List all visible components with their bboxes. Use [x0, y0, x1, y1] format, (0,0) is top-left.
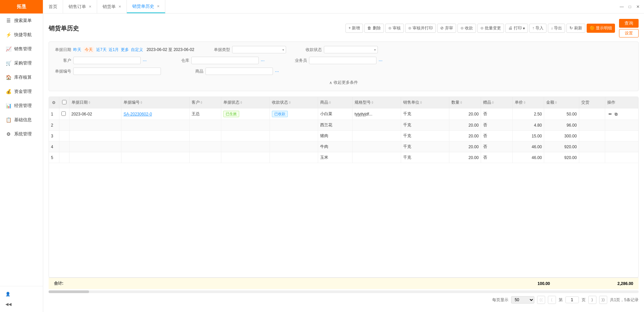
- audit-button[interactable]: ⊙ 审核: [385, 24, 404, 33]
- warehouse-ellipsis[interactable]: ···: [261, 58, 265, 63]
- sidebar-bottom: 👤 ◀◀: [0, 286, 43, 312]
- sidebar-item-purchase-mgmt[interactable]: 🛒 采购管理: [0, 56, 43, 70]
- col-docno-header[interactable]: 单据编号: [121, 97, 190, 108]
- date-shortcut-1month[interactable]: 近1月: [109, 47, 119, 53]
- print-button[interactable]: 🖨 打印 ▾: [505, 24, 528, 33]
- doc-no-link[interactable]: SA-20230602-0: [123, 112, 152, 116]
- col-customer-header[interactable]: 客户: [190, 97, 221, 108]
- sidebar-collapse-btn[interactable]: ◀◀: [0, 299, 43, 309]
- collapse-icon: ◀◀: [5, 302, 11, 307]
- row-gift-cell: 否: [481, 108, 512, 120]
- page-next-btn[interactable]: ⟩: [588, 296, 596, 304]
- tab-home[interactable]: 首页: [43, 0, 63, 13]
- page-header: 销货单历史 + 新增 🗑 删除 ⊙ 审核 ⊙ 审核并打印 ⊘ 弃审 ⊙ 收款 ⊙…: [49, 19, 639, 37]
- date-shortcut-more[interactable]: 更多: [121, 47, 129, 53]
- sidebar-item-sales-mgmt[interactable]: 📈 销售管理: [0, 42, 43, 56]
- row-paymentstatus-cell: [270, 141, 318, 152]
- col-qty-header[interactable]: 数量: [449, 97, 481, 108]
- product-input[interactable]: [205, 68, 273, 75]
- sidebar-item-base-info[interactable]: 📋 基础信息: [0, 113, 43, 127]
- page-number-input[interactable]: [565, 296, 579, 303]
- date-shortcut-7days[interactable]: 近7天: [96, 47, 107, 53]
- page-size-select[interactable]: 50 100 200: [511, 296, 534, 304]
- show-detail-button[interactable]: 🟠 显示明细: [587, 24, 615, 33]
- col-unit-header[interactable]: 销售单位: [401, 97, 449, 108]
- col-product-header[interactable]: 商品: [318, 97, 353, 108]
- tab-sales-order-close[interactable]: ✕: [89, 5, 91, 8]
- new-button[interactable]: + 新增: [345, 24, 363, 33]
- doc-status-badge: 已生效: [223, 111, 239, 117]
- salesperson-input[interactable]: [309, 57, 376, 64]
- col-price-header[interactable]: 单价: [512, 97, 544, 108]
- finance-icon: 💰: [5, 88, 11, 95]
- sidebar-item-operations[interactable]: 📊 经营管理: [0, 99, 43, 113]
- collect-button[interactable]: ⊙ 收款: [457, 24, 476, 33]
- doc-type-select[interactable]: [232, 46, 286, 53]
- sidebar-item-label: 采购管理: [14, 60, 32, 66]
- batch-change-button[interactable]: ⊙ 批量变更: [477, 24, 504, 33]
- export-button[interactable]: ↓ 导出: [548, 24, 565, 33]
- tab-minimize-btn[interactable]: —: [618, 3, 625, 10]
- col-spec-header[interactable]: 规格型号: [353, 97, 401, 108]
- tab-close-all-btn[interactable]: ✕: [635, 3, 641, 10]
- refresh-button[interactable]: ↻ 刷新: [566, 24, 585, 33]
- sidebar-item-finance[interactable]: 💰 资金管理: [0, 84, 43, 99]
- delete-button[interactable]: 🗑 删除: [364, 24, 384, 33]
- tab-delivery-history-close[interactable]: ✕: [157, 4, 160, 8]
- col-paymentstatus-header[interactable]: 收款状态: [270, 97, 318, 108]
- col-date-header[interactable]: 单据日期: [69, 97, 121, 108]
- customer-input[interactable]: [73, 57, 141, 64]
- sidebar-user-btn[interactable]: 👤: [0, 289, 43, 299]
- row-amount-cell: 96.00: [544, 120, 579, 131]
- import-button[interactable]: ↑ 导入: [529, 24, 547, 33]
- scrollbar-thumb[interactable]: [49, 290, 89, 293]
- page-last-btn[interactable]: ⟩⟩: [599, 296, 607, 304]
- query-button[interactable]: 查询: [619, 19, 639, 28]
- tab-delivery-history[interactable]: 销货单历史 ✕: [127, 0, 165, 13]
- horizontal-scrollbar[interactable]: [49, 290, 639, 293]
- row-checkbox[interactable]: [61, 111, 66, 116]
- tab-sales-order[interactable]: 销售订单 ✕: [63, 0, 97, 13]
- settings-button[interactable]: 设置: [619, 29, 639, 37]
- page-first-btn[interactable]: ⟨⟨: [537, 296, 545, 304]
- page-prev-btn[interactable]: ⟨: [548, 296, 556, 304]
- copy-btn[interactable]: ⧉: [613, 111, 619, 117]
- tab-delivery[interactable]: 销货单 ✕: [97, 0, 127, 13]
- tab-sales-order-label: 销售订单: [68, 4, 86, 10]
- tab-delivery-history-label: 销货单历史: [132, 3, 154, 9]
- date-shortcut-today[interactable]: 今天: [83, 47, 94, 53]
- row-action-cell: [605, 131, 638, 141]
- col-settings[interactable]: ⚙: [49, 97, 59, 108]
- row-amount-cell: 300.00: [544, 131, 579, 141]
- warehouse-input[interactable]: [191, 57, 259, 64]
- col-amount-header[interactable]: 金额: [544, 97, 579, 108]
- col-gift-header[interactable]: 赠品: [481, 97, 512, 108]
- payment-status-select[interactable]: [324, 46, 378, 53]
- tab-maximize-btn[interactable]: □: [626, 3, 633, 10]
- customer-ellipsis[interactable]: ···: [143, 58, 147, 63]
- sidebar-item-quick-nav[interactable]: ⚡ 快捷导航: [0, 28, 43, 42]
- salesperson-ellipsis[interactable]: ···: [379, 58, 383, 63]
- audit-print-button[interactable]: ⊙ 审核并打印: [405, 24, 436, 33]
- filter-row-2: 客户 ··· 仓库 ··· 业务员 ···: [54, 57, 633, 64]
- warehouse-filter: 仓库 ···: [172, 57, 265, 64]
- filter-toggle[interactable]: ∧ 收起更多条件: [54, 78, 633, 87]
- col-docstatus-header[interactable]: 单据状态: [221, 97, 270, 108]
- sidebar-item-label: 快捷导航: [14, 32, 32, 38]
- tab-delivery-close[interactable]: ✕: [118, 5, 121, 8]
- row-check-cell: [59, 120, 69, 131]
- row-date-cell: [69, 120, 121, 131]
- row-unit-cell: 千克: [401, 141, 449, 152]
- sidebar-item-inventory[interactable]: 🏠 库存核算: [0, 70, 43, 84]
- edit-btn[interactable]: ✏: [607, 111, 613, 117]
- doc-no-input[interactable]: [73, 68, 161, 75]
- product-label: 商品: [187, 69, 203, 74]
- product-ellipsis[interactable]: ···: [275, 69, 279, 74]
- tab-delivery-label: 销货单: [103, 4, 116, 10]
- date-shortcut-custom[interactable]: 自定义: [131, 47, 143, 53]
- sidebar-item-search-menu[interactable]: ☰ 搜索菜单: [0, 14, 43, 28]
- select-all-checkbox[interactable]: [62, 100, 66, 104]
- abandon-button[interactable]: ⊘ 弃审: [437, 24, 456, 33]
- date-shortcut-yesterday[interactable]: 昨天: [73, 47, 81, 53]
- sidebar-item-system[interactable]: ⚙ 系统管理: [0, 127, 43, 141]
